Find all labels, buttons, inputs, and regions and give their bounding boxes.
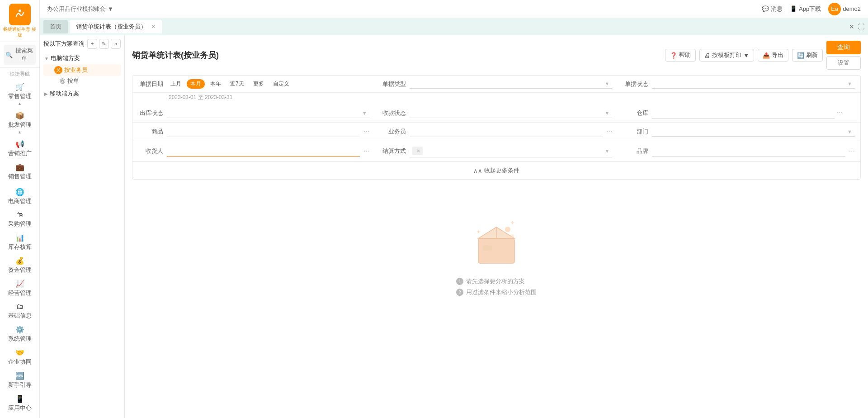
warehouse-label: 仓库 bbox=[623, 109, 648, 117]
schema-item-by-salesman[interactable]: 员 按业务员 bbox=[43, 64, 121, 76]
wholesale-icon: 📦 bbox=[15, 111, 24, 120]
collapse-up-icon: ∧∧ bbox=[473, 167, 482, 174]
salesman-input[interactable] bbox=[410, 126, 603, 137]
payment-select[interactable]: ▼ bbox=[410, 109, 613, 118]
expand-tab-button[interactable]: ⛶ bbox=[858, 23, 864, 30]
sidebar-search[interactable]: 🔍 搜索菜单 bbox=[0, 42, 39, 68]
svg-point-5 bbox=[505, 227, 510, 232]
company-name: 办公用品行业模拟账套 bbox=[47, 5, 106, 13]
brand-input[interactable] bbox=[652, 146, 845, 157]
inventory-icon: 📊 bbox=[15, 233, 24, 242]
salesman-dots[interactable]: ··· bbox=[606, 128, 612, 136]
dept-label: 部门 bbox=[623, 128, 648, 136]
schema-group-mobile-header[interactable]: ▶ 移动端方案 bbox=[43, 88, 121, 100]
warehouse-input[interactable] bbox=[652, 108, 835, 119]
user-menu[interactable]: Ea demo2 bbox=[828, 3, 861, 15]
sidebar-item-finance[interactable]: 💰 资金管理 bbox=[0, 254, 39, 277]
brand-dots[interactable]: ··· bbox=[849, 147, 855, 155]
date-btn-custom[interactable]: 自定义 bbox=[269, 79, 293, 89]
company-selector[interactable]: 办公用品行业模拟账套 ▼ bbox=[47, 5, 113, 13]
tab-sales-stat[interactable]: 销货单统计表（按业务员） ✕ bbox=[70, 20, 162, 33]
schema-panel-header: 按以下方案查询 + ✎ « bbox=[43, 39, 121, 49]
tab-home-label: 首页 bbox=[50, 23, 61, 31]
schema-collapse-btn[interactable]: « bbox=[111, 39, 121, 49]
sidebar-item-basic[interactable]: 🗂 基础信息 bbox=[0, 300, 39, 323]
schema-group-desktop-header[interactable]: ▼ 电脑端方案 bbox=[43, 52, 121, 64]
filter-row-2: 出库状态 ▼ 收款状态 ▼ 仓库 bbox=[132, 104, 860, 123]
filter-recipient-cell: 收货人 ··· bbox=[132, 141, 375, 162]
export-icon: 📤 bbox=[763, 52, 770, 59]
sidebar-item-newuser[interactable]: 🆕 新手引导 bbox=[0, 369, 39, 392]
svg-rect-7 bbox=[483, 245, 492, 251]
tip-1-num: 1 bbox=[456, 278, 463, 285]
collapse-filters-btn[interactable]: ∧∧ 收起更多条件 bbox=[468, 165, 525, 176]
ecommerce-icon: 🌐 bbox=[15, 188, 24, 196]
sidebar-nav: 快捷导航 🛒 零售管理 ▲ 📦 批发管理 ▲ 📢 营销推广 💼 销售管理 🌐 电… bbox=[0, 68, 39, 418]
template-print-button[interactable]: 🖨 按模板打印 ▼ bbox=[699, 49, 754, 62]
refresh-button[interactable]: 🔄 刷新 bbox=[792, 49, 823, 62]
doctype-select[interactable]: ▼ bbox=[410, 79, 613, 89]
svg-text:✦: ✦ bbox=[476, 228, 481, 235]
sidebar-logo: 畅捷通好生意 标版 bbox=[0, 0, 39, 42]
export-button[interactable]: 📤 导出 bbox=[758, 49, 788, 62]
main-area: 办公用品行业模拟账套 ▼ 💬 消息 📱 App下载 Ea demo2 首页 bbox=[40, 0, 868, 418]
date-range-text: 2023-03-01 至 2023-03-31 bbox=[169, 94, 232, 100]
date-btn-this-year[interactable]: 本年 bbox=[207, 79, 225, 89]
close-tab-button[interactable]: ✕ bbox=[849, 23, 854, 30]
sidebar-item-ecommerce[interactable]: 🌐 电商管理 bbox=[0, 185, 39, 208]
docstatus-select[interactable]: ▼ bbox=[652, 79, 855, 89]
tab-close-icon[interactable]: ✕ bbox=[151, 24, 156, 30]
sidebar-item-system[interactable]: ⚙️ 系统管理 bbox=[0, 323, 39, 346]
page-title-bar: 销货单统计表(按业务员) ❓ 帮助 🖨 按模板打印 ▼ 📤 bbox=[132, 41, 861, 70]
goods-input[interactable] bbox=[167, 126, 360, 137]
filter-stock-cell: 出库状态 ▼ bbox=[132, 104, 375, 123]
enterprise-icon: 🤝 bbox=[15, 348, 24, 357]
help-button[interactable]: ❓ 帮助 bbox=[665, 49, 696, 62]
search-menu-button[interactable]: 🔍 搜索菜单 bbox=[4, 45, 36, 65]
app-download-btn[interactable]: 📱 App下载 bbox=[790, 5, 821, 13]
sidebar-item-wechat[interactable]: 💬 企业微信 bbox=[0, 415, 39, 418]
header-left: 办公用品行业模拟账套 ▼ bbox=[47, 5, 113, 13]
sidebar-item-purchase[interactable]: 🛍 采购管理 bbox=[0, 208, 39, 231]
sidebar-item-enterprise[interactable]: 🤝 企业协同 bbox=[0, 346, 39, 369]
settings-button[interactable]: 设置 bbox=[826, 56, 861, 70]
purchase-icon: 🛍 bbox=[16, 211, 24, 219]
tab-home[interactable]: 首页 bbox=[43, 20, 68, 33]
settlement-select[interactable]: × ▼ bbox=[410, 145, 613, 157]
schema-panel-actions: + ✎ « bbox=[87, 39, 121, 49]
sidebar-item-retail[interactable]: 🛒 零售管理 ▲ bbox=[0, 80, 39, 109]
sidebar-item-appcenter[interactable]: 📱 应用中心 bbox=[0, 392, 39, 415]
filter-row-4: 收货人 ··· 结算方式 × ▼ bbox=[132, 141, 860, 162]
dept-select[interactable]: ▼ bbox=[652, 127, 855, 137]
recipient-dots[interactable]: ··· bbox=[363, 147, 369, 155]
warehouse-dots[interactable]: ··· bbox=[836, 109, 842, 116]
stock-select[interactable]: ▼ bbox=[167, 109, 370, 118]
message-btn[interactable]: 💬 消息 bbox=[762, 5, 783, 13]
sidebar-item-operations[interactable]: 📈 经营管理 bbox=[0, 277, 39, 300]
quick-nav-label: 快捷导航 bbox=[0, 68, 39, 78]
brand-label: 品牌 bbox=[623, 147, 648, 155]
schema-edit-btn[interactable]: ✎ bbox=[99, 39, 109, 49]
date-btn-this-month[interactable]: 本月 bbox=[187, 79, 205, 89]
date-btn-last-month[interactable]: 上月 bbox=[167, 79, 185, 89]
schema-sub-order-label: 按单 bbox=[67, 77, 79, 85]
order-schema-icon: ㊗ bbox=[60, 77, 66, 85]
header-right: 💬 消息 📱 App下载 Ea demo2 bbox=[762, 3, 861, 15]
goods-dots[interactable]: ··· bbox=[363, 128, 369, 136]
basic-icon: 🗂 bbox=[16, 303, 24, 311]
filter-doctype-cell: 单据类型 ▼ bbox=[375, 76, 618, 93]
sidebar-item-marketing[interactable]: 📢 营销推广 bbox=[0, 137, 39, 160]
schema-add-btn[interactable]: + bbox=[87, 39, 97, 49]
payment-chevron-icon: ▼ bbox=[604, 110, 609, 116]
recipient-input[interactable] bbox=[167, 146, 360, 157]
sidebar-item-sales[interactable]: 💼 销售管理 bbox=[0, 160, 39, 183]
settlement-tag-close-icon[interactable]: × bbox=[417, 147, 420, 154]
query-button[interactable]: 查询 bbox=[826, 41, 861, 54]
sidebar-item-wholesale[interactable]: 📦 批发管理 ▲ bbox=[0, 109, 39, 137]
schema-sub-by-order[interactable]: ㊗ 按单 bbox=[43, 76, 121, 86]
docstatus-chevron-icon: ▼ bbox=[847, 81, 852, 86]
date-btn-more[interactable]: 更多 bbox=[250, 79, 268, 89]
date-btn-7days[interactable]: 近7天 bbox=[226, 79, 248, 89]
sidebar-item-inventory[interactable]: 📊 库存核算 bbox=[0, 231, 39, 254]
filter-payment-cell: 收款状态 ▼ bbox=[375, 104, 618, 123]
